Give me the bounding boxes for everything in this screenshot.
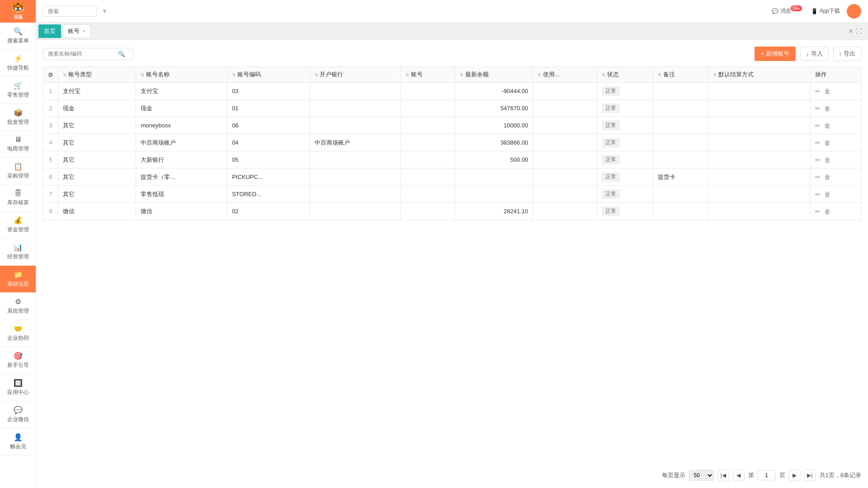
- cell-id: 4: [43, 134, 58, 151]
- maximize-window-icon[interactable]: ⛶: [856, 28, 862, 35]
- import-button[interactable]: ↓ 导入: [800, 47, 829, 61]
- search-icon[interactable]: 🔍: [118, 51, 125, 57]
- col-bank[interactable]: ⇅ 开户银行: [310, 67, 401, 83]
- sidebar-item-13[interactable]: 🔲应用中心: [0, 374, 36, 401]
- cell-default-settlement: [708, 100, 810, 117]
- notification-button[interactable]: 💬 消息 99+: [772, 7, 804, 15]
- col-account-type-label: 账号类型: [68, 71, 92, 78]
- sidebar-item-15[interactable]: 👤畅会员: [0, 428, 36, 455]
- page-size-select[interactable]: 50 100 200: [689, 470, 714, 481]
- edit-icon[interactable]: ✏: [815, 88, 821, 95]
- logo-text: 乐版: [14, 14, 23, 20]
- topbar-dropdown-icon[interactable]: ▼: [102, 8, 108, 14]
- delete-icon[interactable]: 🗑: [824, 156, 830, 164]
- edit-icon[interactable]: ✏: [815, 208, 821, 215]
- table-row: 1 支付宝 支付宝 03 -90444.00 正常 ✏ 🗑: [43, 83, 861, 100]
- col-account-code-label: 账号编码: [237, 71, 261, 78]
- sidebar-label-15: 畅会员: [2, 443, 33, 450]
- sidebar-icon-10: ⚙: [2, 297, 33, 306]
- cell-bank: [310, 100, 401, 117]
- topbar-search-input[interactable]: [43, 6, 97, 17]
- col-balance[interactable]: ⇅ 最新余额: [455, 67, 533, 83]
- sidebar-item-9[interactable]: 📁基础信息: [0, 266, 36, 293]
- sidebar-item-4[interactable]: 🖥电商管理: [0, 131, 36, 158]
- col-account-name[interactable]: ⇅ 账号名称: [136, 67, 227, 83]
- search-input[interactable]: [48, 51, 116, 57]
- delete-icon[interactable]: 🗑: [824, 174, 830, 181]
- export-button[interactable]: ↑ 导出: [833, 47, 862, 61]
- delete-icon[interactable]: 🗑: [824, 191, 830, 198]
- next-page-button[interactable]: ▶: [789, 469, 801, 481]
- col-bank-label: 开户银行: [320, 71, 343, 78]
- col-note[interactable]: ⇅ 备注: [653, 67, 708, 83]
- cell-bank: [310, 186, 401, 203]
- col-account[interactable]: ⇅ 账号: [401, 67, 455, 83]
- sidebar-icon-15: 👤: [2, 433, 33, 441]
- delete-icon[interactable]: 🗑: [824, 139, 830, 146]
- status-badge: 正常: [602, 172, 620, 182]
- cell-status: 正常: [597, 134, 653, 151]
- cell-type: 微信: [58, 203, 136, 220]
- sidebar-item-2[interactable]: 🛒零售管理: [0, 77, 36, 104]
- cell-balance: 28241.10: [455, 203, 533, 220]
- col-usage[interactable]: ⇅ 使用...: [533, 67, 597, 83]
- delete-icon[interactable]: 🗑: [824, 88, 830, 95]
- avatar[interactable]: [847, 4, 861, 19]
- cell-code: 01: [227, 100, 310, 117]
- topbar: ▼ 💬 消息 99+ 📱 App下载: [36, 0, 868, 23]
- delete-icon[interactable]: 🗑: [824, 105, 830, 112]
- topbar-right: 💬 消息 99+ 📱 App下载: [772, 4, 861, 19]
- app-download-button[interactable]: 📱 App下载: [811, 7, 840, 15]
- col-default-settlement[interactable]: ⇅ 默认结算方式: [708, 67, 810, 83]
- add-account-button[interactable]: + 新增账号: [755, 47, 796, 61]
- cell-note: [653, 151, 708, 169]
- sidebar-item-11[interactable]: 🤝企业协同: [0, 320, 36, 347]
- cell-code: STORED...: [227, 186, 310, 203]
- delete-icon[interactable]: 🗑: [824, 122, 830, 129]
- edit-icon[interactable]: ✏: [815, 156, 821, 164]
- sidebar-item-5[interactable]: 📋采购管理: [0, 158, 36, 185]
- cell-account: [401, 117, 455, 134]
- sidebar-item-0[interactable]: 🔍搜索菜单: [0, 23, 36, 50]
- col-status[interactable]: ⇅ 状态: [597, 67, 653, 83]
- sidebar-label-4: 电商管理: [2, 145, 33, 153]
- tab-account-close[interactable]: ×: [82, 28, 85, 34]
- tab-account-label: 账号: [68, 27, 80, 35]
- sidebar-item-7[interactable]: 💰资金管理: [0, 211, 36, 239]
- edit-icon[interactable]: ✏: [815, 139, 821, 146]
- cell-bank: [310, 83, 401, 100]
- prev-page-button[interactable]: ◀: [733, 469, 745, 481]
- close-window-icon[interactable]: ✕: [848, 28, 854, 35]
- sidebar-item-14[interactable]: 💬企业微信: [0, 401, 36, 428]
- edit-icon[interactable]: ✏: [815, 105, 821, 112]
- sidebar-icon-0: 🔍: [2, 27, 33, 36]
- sidebar-item-12[interactable]: 🎯新手引导: [0, 347, 36, 374]
- cell-type: 现金: [58, 100, 136, 117]
- sidebar-item-8[interactable]: 📊经营管理: [0, 239, 36, 266]
- edit-icon[interactable]: ✏: [815, 174, 821, 181]
- edit-icon[interactable]: ✏: [815, 122, 821, 129]
- status-badge: 正常: [602, 138, 620, 147]
- last-page-button[interactable]: ▶|: [804, 469, 816, 481]
- tab-home[interactable]: 首页: [38, 24, 61, 38]
- delete-icon[interactable]: 🗑: [824, 208, 830, 215]
- page-suffix: 页: [779, 471, 785, 479]
- sidebar-item-10[interactable]: ⚙系统管理: [0, 293, 36, 320]
- table-row: 3 其它 moneybosx 06 10000.00 正常 ✏ 🗑: [43, 117, 861, 134]
- cell-status: 正常: [597, 151, 653, 169]
- sidebar-item-1[interactable]: ⚡快捷导航: [0, 50, 36, 77]
- page-input[interactable]: [758, 470, 776, 480]
- first-page-button[interactable]: |◀: [717, 469, 729, 481]
- col-settings[interactable]: ⚙: [43, 67, 58, 83]
- import-label: 导入: [811, 50, 823, 58]
- sidebar-item-6[interactable]: 🗄库存核算: [0, 185, 36, 211]
- edit-icon[interactable]: ✏: [815, 191, 821, 198]
- cell-bank: [310, 117, 401, 134]
- sidebar-item-3[interactable]: 📦批发管理: [0, 104, 36, 131]
- cell-type: 其它: [58, 117, 136, 134]
- tab-account[interactable]: 账号 ×: [62, 24, 91, 38]
- col-account-code[interactable]: ⇅ 账号编码: [227, 67, 310, 83]
- sidebar-icon-11: 🤝: [2, 324, 33, 333]
- col-account-type[interactable]: ⇅ 账号类型: [58, 67, 136, 83]
- cell-usage: [533, 134, 597, 151]
